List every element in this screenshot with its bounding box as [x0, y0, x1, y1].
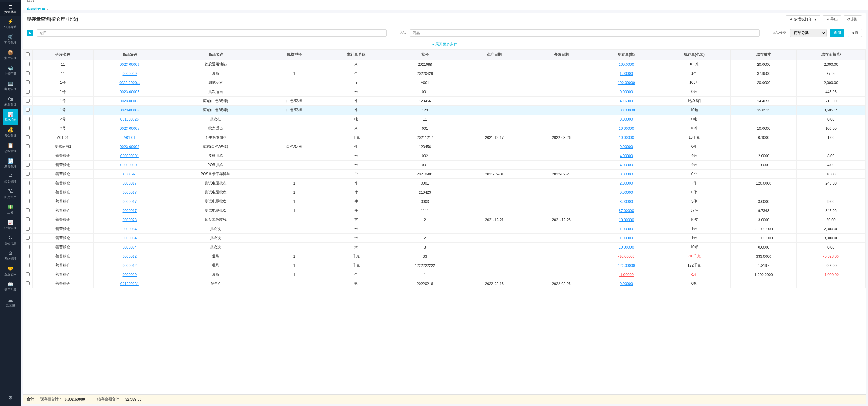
cell-20-2[interactable]: 0000084	[93, 234, 166, 243]
row-checkbox[interactable]	[26, 263, 30, 267]
cell-23-2[interactable]: 0000012	[93, 261, 166, 270]
sidebar-item-ecommerce[interactable]: 💻 电商管理	[3, 78, 18, 94]
cell-3-9[interactable]: 100.00000	[595, 78, 658, 88]
row-checkbox[interactable]	[26, 227, 30, 231]
table-row[interactable]: 善普粮仓0000084批次次米11.000001米2,000.00002,000…	[23, 225, 866, 234]
row-checkbox[interactable]	[26, 272, 30, 276]
cell-12-2[interactable]: 000900001	[93, 161, 166, 170]
query-button[interactable]: 查询	[830, 29, 844, 37]
cell-6-2[interactable]: 0023-00008	[93, 106, 166, 115]
table-row[interactable]: 善普粮仓0000017测试电覆批次1件111187.0000087件9.7363…	[23, 206, 866, 215]
cell-3-2[interactable]: 0023-0000...	[93, 78, 166, 88]
row-checkbox[interactable]	[26, 217, 30, 222]
table-row[interactable]: 测试适当20023-00008富减(白色/奶棒)白色/奶棒件1234560.00…	[23, 142, 866, 151]
cell-2-9[interactable]: 1.00000	[595, 69, 658, 78]
row-checkbox[interactable]	[26, 80, 30, 84]
cell-19-2[interactable]: 0000084	[93, 225, 166, 234]
row-checkbox[interactable]	[26, 135, 30, 139]
cell-10-9[interactable]: 0.00000	[595, 142, 658, 151]
row-checkbox[interactable]	[26, 208, 30, 212]
table-row[interactable]: 110000029展板1个202204291.000001个37.950037.…	[23, 69, 866, 78]
cell-17-2[interactable]: 0000017	[93, 206, 166, 215]
sidebar-item-ops[interactable]: 📈 经营管理	[3, 217, 18, 233]
cell-24-9[interactable]: -1.00000	[595, 270, 658, 279]
table-row[interactable]: 善普粮仓0000012批号1千克33-16.00000-16千克333.0000…	[23, 252, 866, 261]
table-row[interactable]: 善普粮仓000900001POS 批次米0024.000004米2.00008.…	[23, 151, 866, 161]
tab-home[interactable]: 首页	[23, 0, 53, 5]
row-checkbox[interactable]	[26, 99, 30, 103]
cell-18-2[interactable]: 0000078	[93, 215, 166, 225]
sidebar-item-system[interactable]: ⚙ 系统管理	[3, 248, 18, 264]
cell-16-2[interactable]: 0000017	[93, 197, 166, 206]
cell-7-9[interactable]: 0.00000	[595, 115, 658, 124]
table-row[interactable]: 1号0023-0000...测试批次斤A001100.00000100斤20.0…	[23, 78, 866, 88]
cell-9-9[interactable]: 10.00000	[595, 133, 658, 142]
table-row[interactable]: 善普粮仓0000084批次次米310.0000010米0.00000.00	[23, 243, 866, 252]
sidebar-item-fixed-assets[interactable]: 🏗 固定资产	[3, 187, 18, 202]
cell-16-9[interactable]: 3.00000	[595, 197, 658, 206]
table-row[interactable]: 善普粮仓0000029展板1个1-1.00000-1个1,000.0000-1,…	[23, 270, 866, 279]
cell-12-9[interactable]: 4.00000	[595, 161, 658, 170]
sidebar-item-payroll[interactable]: 💵 工资	[3, 202, 18, 217]
row-checkbox[interactable]	[26, 117, 30, 121]
cell-4-2[interactable]: 0023-00005	[93, 88, 166, 97]
cell-18-9[interactable]: 10.00000	[595, 215, 658, 225]
print-button[interactable]: 🖨 按模板打印 ▼	[786, 15, 820, 24]
row-checkbox[interactable]	[26, 281, 30, 285]
cell-20-9[interactable]: 1.00000	[595, 234, 658, 243]
table-row[interactable]: 1号0023-00008富减(白色/奶棒)白色/奶棒件123100.000001…	[23, 106, 866, 115]
sidebar-item-summary[interactable]: 📋 总账管理	[3, 140, 18, 156]
table-row[interactable]: 善普粮仓000900001POS 批次米0014.000004米1.00004.…	[23, 161, 866, 170]
row-checkbox[interactable]	[26, 144, 30, 148]
row-checkbox[interactable]	[26, 190, 30, 194]
cell-21-9[interactable]: 10.00000	[595, 243, 658, 252]
row-checkbox[interactable]	[26, 163, 30, 167]
table-row[interactable]: 110023-00009软胶通用地垫米2021098100.0000100米20…	[23, 60, 866, 69]
cell-8-2[interactable]: 0023-00005	[93, 124, 166, 133]
table-row[interactable]: 善普粮仓0000017测试电覆批次1件2104230.000000件	[23, 188, 866, 197]
table-row[interactable]: A01-01A01-01子件保质期箱千克202112172021-12-1720…	[23, 133, 866, 142]
refresh-button[interactable]: ↺ 刷新	[844, 15, 862, 24]
row-checkbox[interactable]	[26, 236, 30, 240]
cell-10-2[interactable]: 0023-00008	[93, 142, 166, 151]
export-button[interactable]: ↗ 导出	[823, 15, 841, 24]
cell-11-9[interactable]: 4.00000	[595, 151, 658, 161]
sidebar-item-enterprise[interactable]: 🤝 企业协同	[3, 264, 18, 279]
table-row[interactable]: 善普粮仓0000017测试电覆批次1件00033.000003件3.00009.…	[23, 197, 866, 206]
sidebar-item-invoice[interactable]: 🧾 发票管理	[3, 156, 18, 171]
cell-5-2[interactable]: 0023-00005	[93, 97, 166, 106]
row-checkbox[interactable]	[26, 181, 30, 185]
sidebar-item-sales[interactable]: 🛒 零售管理	[3, 32, 18, 47]
sidebar-item-purchase[interactable]: 🛍 采购管理	[3, 94, 18, 109]
row-checkbox[interactable]	[26, 62, 30, 66]
sidebar-item-guide[interactable]: 📖 新手引导	[3, 279, 18, 295]
cell-7-2[interactable]: 001000026	[93, 115, 166, 124]
row-checkbox[interactable]	[26, 126, 30, 130]
product-input[interactable]	[410, 29, 760, 37]
sidebar-item-finance[interactable]: 💰 资金管理	[3, 125, 18, 140]
sidebar-item-settings[interactable]: ⚙	[7, 392, 14, 404]
table-row[interactable]: 善普粮仓000097POS显示库存异常个202109012021-09-0120…	[23, 170, 866, 179]
sidebar-item-tax[interactable]: 🏛 税务管理	[3, 171, 18, 187]
table-row[interactable]: 善普粮仓001000031鲑鱼A瓶202202162022-02-162022-…	[23, 279, 866, 289]
row-checkbox[interactable]	[26, 199, 30, 203]
cell-5-9[interactable]: 49.6000	[595, 97, 658, 106]
cell-1-9[interactable]: 100.0000	[595, 60, 658, 69]
cell-25-2[interactable]: 001000031	[93, 279, 166, 289]
cell-1-2[interactable]: 0023-00009	[93, 60, 166, 69]
cell-23-9[interactable]: 122.00000	[595, 261, 658, 270]
cell-22-2[interactable]: 0000012	[93, 252, 166, 261]
cell-15-9[interactable]: 0.00000	[595, 188, 658, 197]
table-row[interactable]: 1号0023-00005批次适当米0010.000000米445.86	[23, 88, 866, 97]
cell-4-9[interactable]: 0.00000	[595, 88, 658, 97]
cell-25-9[interactable]: 0.00000	[595, 279, 658, 289]
cell-2-2[interactable]: 0000029	[93, 69, 166, 78]
row-checkbox[interactable]	[26, 172, 30, 176]
category-select[interactable]: 商品分类	[790, 29, 827, 37]
table-row[interactable]: 2号001000026批次框吨110.000000吨0.00	[23, 115, 866, 124]
table-row[interactable]: 善普粮仓0000084批次次米21.000001米3,000.00003,000…	[23, 234, 866, 243]
sidebar-item-inventory[interactable]: 📊 库存核账	[3, 109, 18, 125]
cell-11-2[interactable]: 000900001	[93, 151, 166, 161]
expand-conditions[interactable]: ▼ 展开更多条件	[431, 42, 458, 47]
cell-22-9[interactable]: -16.00000	[595, 252, 658, 261]
